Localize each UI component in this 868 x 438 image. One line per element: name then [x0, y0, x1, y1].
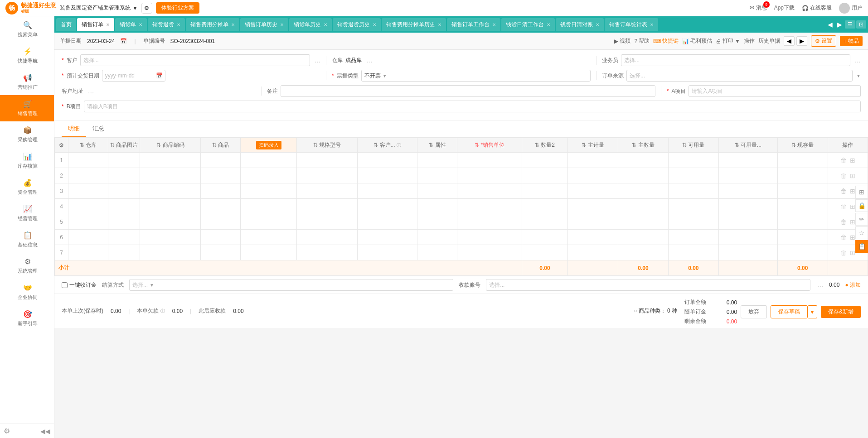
sidebar-collapse-icon[interactable]: ◀◀	[40, 428, 50, 435]
row-2-customer-code[interactable]	[357, 168, 417, 183]
sidebar-item-enterprise[interactable]: 🤝 企业协同	[0, 279, 54, 305]
row-2-image[interactable]	[108, 168, 140, 183]
row-4-copy-icon[interactable]: ⊞	[850, 203, 855, 210]
payment-method-select[interactable]: 选择... ▼	[129, 279, 453, 291]
notification-bell[interactable]: ✉ 消息 9	[750, 4, 766, 12]
row-5-customer-code[interactable]	[357, 214, 417, 230]
sidebar-item-marketing[interactable]: 📢 营销推广	[0, 69, 54, 95]
row-3-spec[interactable]	[297, 183, 358, 199]
row-6-delete-icon[interactable]: 🗑	[840, 234, 847, 241]
sort-image-icon[interactable]: ⇅	[110, 142, 115, 148]
row-2-available2[interactable]	[718, 168, 777, 183]
sidebar-item-search[interactable]: 🔍 搜索菜单	[0, 16, 54, 43]
tab-return-history-close[interactable]: ✕	[373, 22, 376, 27]
row-7-name[interactable]	[201, 245, 241, 260]
row-2-main-qty[interactable]	[618, 168, 668, 183]
one-click-checkbox[interactable]	[62, 282, 68, 288]
row-5-qty2[interactable]	[522, 214, 568, 230]
row-2-delete-icon[interactable]: 🗑	[840, 172, 847, 179]
row-1-available[interactable]	[668, 153, 718, 168]
tab-sales-invoice[interactable]: 销货单 ✕	[115, 18, 147, 31]
row-3-warehouse[interactable]	[68, 183, 108, 199]
row-4-attr[interactable]	[417, 199, 457, 214]
row-7-stock[interactable]	[777, 245, 828, 260]
tab-home[interactable]: 首页	[56, 18, 76, 31]
tab-next-btn[interactable]: ▶	[835, 20, 844, 29]
sort-available-icon[interactable]: ⇅	[682, 142, 687, 148]
system-settings-icon[interactable]: ⚙	[141, 3, 152, 14]
shortcut-btn[interactable]: ⌨ 快捷键	[653, 37, 679, 45]
row-7-customer-code[interactable]	[357, 245, 417, 260]
row-6-warehouse[interactable]	[68, 230, 108, 245]
row-5-copy-icon[interactable]: ⊞	[850, 218, 855, 226]
row-1-warehouse[interactable]	[68, 153, 108, 168]
row-4-image[interactable]	[108, 199, 140, 214]
invoice-select[interactable]: 不开票 ▼	[361, 70, 591, 82]
sort-attr-icon[interactable]: ⇅	[429, 142, 433, 148]
sort-customer-code-icon[interactable]: ⇅	[373, 142, 378, 148]
row-2-code[interactable]	[140, 168, 201, 183]
row-3-main-qty[interactable]	[618, 183, 668, 199]
row-7-spec[interactable]	[297, 245, 358, 260]
row-2-unit[interactable]	[457, 168, 522, 183]
sort-code-icon[interactable]: ⇅	[156, 142, 161, 148]
tab-sales-stats-close[interactable]: ✕	[650, 22, 654, 27]
tab-invoice-history-close[interactable]: ✕	[324, 22, 327, 27]
float-btn-2[interactable]: 🔒	[855, 199, 868, 212]
tab-sales-order-close[interactable]: ✕	[106, 22, 110, 27]
row-1-customer-code[interactable]	[357, 153, 417, 168]
discard-button[interactable]: 放弃	[741, 305, 767, 318]
row-5-spec[interactable]	[297, 214, 358, 230]
row-4-main-unit[interactable]	[567, 199, 618, 214]
tab-prev-btn[interactable]: ◀	[826, 20, 834, 29]
sort-available2-icon[interactable]: ⇅	[735, 142, 739, 148]
row-3-available[interactable]	[668, 183, 718, 199]
row-5-stock[interactable]	[777, 214, 828, 230]
row-2-stock[interactable]	[777, 168, 828, 183]
row-1-copy-icon[interactable]: ⊞	[850, 157, 855, 164]
page-settings-btn[interactable]: ⚙ 设置	[811, 35, 836, 47]
row-5-main-unit[interactable]	[567, 214, 618, 230]
row-6-name[interactable]	[201, 230, 241, 245]
customer-more-icon[interactable]: ...	[315, 56, 320, 64]
row-5-delete-icon[interactable]: 🗑	[840, 218, 847, 226]
row-5-attr[interactable]	[417, 214, 457, 230]
row-1-image[interactable]	[108, 153, 140, 168]
tab-sales-return[interactable]: 销货退货 ✕	[148, 18, 185, 31]
row-4-main-qty[interactable]	[618, 199, 668, 214]
row-2-main-unit[interactable]	[567, 168, 618, 183]
tab-sales-stats[interactable]: 销售订单统计表 ✕	[605, 18, 658, 31]
warehouse-more-icon[interactable]: ...	[366, 56, 372, 64]
customer-input[interactable]	[80, 54, 310, 66]
row-7-attr[interactable]	[417, 245, 457, 260]
row-3-delete-icon[interactable]: 🗑	[840, 188, 847, 195]
row-1-name[interactable]	[201, 153, 241, 168]
solution-button[interactable]: 体验行业方案	[156, 2, 199, 14]
page-prev-btn[interactable]: ◀	[784, 36, 795, 46]
row-4-qty2[interactable]	[522, 199, 568, 214]
add-payment-link[interactable]: ● 添加	[845, 281, 861, 289]
row-4-name[interactable]	[201, 199, 241, 214]
row-5-unit[interactable]	[457, 214, 522, 230]
tab-sales-invoice-close[interactable]: ✕	[139, 22, 142, 27]
sidebar-item-inventory[interactable]: 📊 库存核算	[0, 148, 54, 174]
tab-sales-expense-close[interactable]: ✕	[231, 22, 235, 27]
row-2-copy-icon[interactable]: ⊞	[850, 172, 855, 179]
row-7-warehouse[interactable]	[68, 245, 108, 260]
row-2-attr[interactable]	[417, 168, 457, 183]
row-7-available2[interactable]	[718, 245, 777, 260]
row-4-stock[interactable]	[777, 199, 828, 214]
row-3-name[interactable]	[201, 183, 241, 199]
app-download-link[interactable]: App下载	[774, 4, 795, 12]
sort-qty2-icon[interactable]: ⇅	[535, 142, 539, 148]
row-3-available2[interactable]	[718, 183, 777, 199]
save-draft-button[interactable]: 保存草稿	[771, 305, 808, 318]
row-6-available[interactable]	[668, 230, 718, 245]
tab-fullscreen-btn[interactable]: ⊡	[856, 20, 866, 29]
row-7-copy-icon[interactable]: ⊞	[850, 249, 855, 256]
row-3-customer-code[interactable]	[357, 183, 417, 199]
row-6-qty2[interactable]	[522, 230, 568, 245]
tab-return-history[interactable]: 销货退货历史 ✕	[333, 18, 381, 31]
save-draft-arrow-btn[interactable]: ▼	[808, 305, 817, 318]
page-next-btn[interactable]: ▶	[796, 36, 807, 46]
